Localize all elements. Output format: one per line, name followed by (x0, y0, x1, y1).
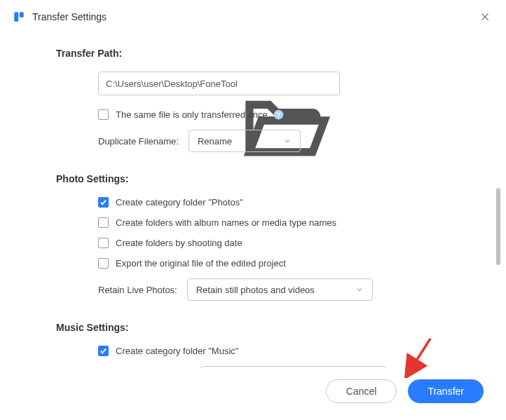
folder-open-icon[interactable] (238, 77, 332, 90)
help-icon[interactable]: ? (273, 109, 284, 120)
svg-rect-1 (20, 12, 24, 18)
photo-export-original-label: Export the original file of the edited p… (116, 258, 286, 269)
svg-rect-0 (14, 12, 18, 22)
scrollbar[interactable] (496, 188, 500, 265)
dialog-footer: Cancel Transfer (0, 368, 506, 420)
music-category-folder-checkbox[interactable] (98, 346, 109, 356)
svg-text:?: ? (277, 111, 280, 118)
dialog-title: Transfer Settings (32, 11, 107, 22)
photo-date-folders-label: Create folders by shooting date (116, 238, 242, 248)
transfer-button[interactable]: Transfer (408, 379, 484, 403)
transfer-path-value: C:\Users\user\Desktop\FoneTool (106, 79, 238, 89)
chevron-down-icon (283, 137, 292, 145)
dialog-header: Transfer Settings (0, 0, 506, 34)
photo-album-folders-label: Create folders with album names or media… (116, 217, 336, 228)
photo-category-folder-checkbox[interactable] (98, 197, 109, 208)
photo-date-folders-checkbox[interactable] (98, 238, 109, 248)
photo-export-original-checkbox[interactable] (98, 258, 109, 269)
cancel-button[interactable]: Cancel (326, 379, 397, 403)
transfer-path-input[interactable]: C:\Users\user\Desktop\FoneTool (98, 72, 340, 95)
duplicate-filename-label: Duplicate Filename: (98, 136, 179, 147)
retain-live-photos-select[interactable]: Retain still photos and videos (187, 278, 373, 301)
duplicate-filename-select[interactable]: Rename (189, 130, 301, 152)
retain-live-photos-value: Retain still photos and videos (196, 285, 315, 295)
music-settings-label: Music Settings: (56, 322, 478, 333)
transfer-settings-dialog: Transfer Settings Transfer Path: C:\User… (0, 0, 506, 420)
photo-settings-section: Photo Settings: Create category folder "… (56, 173, 478, 301)
music-category-folder-label: Create category folder "Music" (116, 346, 238, 356)
duplicate-filename-value: Rename (198, 136, 232, 147)
photo-settings-label: Photo Settings: (56, 173, 478, 184)
same-file-label: The same file is only transferred once (116, 109, 268, 120)
dialog-content: Transfer Path: C:\Users\user\Desktop\Fon… (0, 34, 506, 377)
transfer-path-section: Transfer Path: C:\Users\user\Desktop\Fon… (56, 48, 478, 152)
app-logo-icon (13, 11, 25, 23)
retain-live-photos-label: Retain Live Photos: (98, 285, 177, 295)
photo-category-folder-label: Create category folder "Photos" (116, 197, 243, 208)
transfer-path-label: Transfer Path: (56, 48, 478, 59)
chevron-down-icon (355, 285, 364, 294)
same-file-checkbox[interactable] (98, 109, 109, 120)
close-button[interactable] (477, 8, 493, 25)
photo-album-folders-checkbox[interactable] (98, 217, 109, 228)
